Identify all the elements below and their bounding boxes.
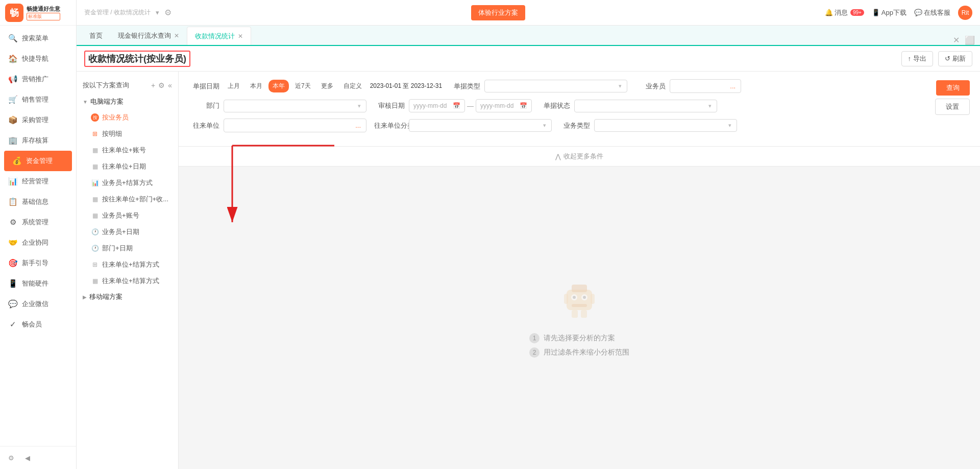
dropdown-arrow[interactable]: ▾ (156, 9, 159, 16)
tab-bank-flow[interactable]: 现金银行流水查询 ✕ (110, 27, 187, 45)
tab-receipt-stat-close[interactable]: ✕ (238, 33, 243, 40)
business-type-label: 业务类型 (559, 121, 590, 130)
scheme-item-by-detail[interactable]: ⊞ 按明细 (77, 126, 178, 142)
sidebar-item-operation[interactable]: 📊 经营管理 (0, 171, 76, 192)
scheme-item-by-unit-calc1[interactable]: ⊞ 往来单位+结算方式 (77, 256, 178, 273)
trial-button[interactable]: 体验行业方案 (471, 5, 525, 20)
dept-date-icon: 🕐 (91, 244, 99, 252)
sidebar-item-wechat[interactable]: 💬 企业微信 (0, 294, 76, 314)
body-area: 按以下方案查询 + ⚙ « ▼ 电脑端方案 按 按业务员 (77, 72, 980, 469)
scheme-item-by-salesperson[interactable]: 按 按业务员 (77, 109, 178, 126)
date-btn-7days[interactable]: 近7天 (291, 80, 315, 92)
page-title: 收款情况统计(按业务员) (84, 51, 190, 67)
notification-area[interactable]: 🔔 消息 99+ (825, 8, 864, 17)
scheme-item-by-salesperson-account[interactable]: ▦ 业务员+账号 (77, 207, 178, 224)
mobile-group-title[interactable]: ▶ 移动端方案 (77, 289, 178, 304)
sidebar-item-sales[interactable]: 🛒 销售管理 (0, 89, 76, 110)
partner-input[interactable]: ... (224, 119, 366, 132)
filter-row-2: 部门 ▾ 审核日期 (189, 99, 930, 112)
review-date-to-input[interactable]: yyyy-mm-dd 📅 (476, 99, 532, 112)
export-icon: ↑ (908, 55, 912, 62)
date-btn-this-year[interactable]: 本年 (268, 80, 289, 92)
sidebar-item-finance[interactable]: 💰 资金管理 (4, 151, 72, 171)
sidebar-item-quick-nav[interactable]: 🏠 快捷导航 (0, 49, 76, 69)
unit-account-icon: ▦ (91, 146, 99, 154)
add-scheme-icon[interactable]: + (151, 81, 155, 89)
header-icons: 🔔 消息 99+ 📱 App下载 💬 在线客服 Rit (825, 6, 972, 20)
doc-type-chevron: ▾ (619, 83, 622, 89)
scheme-item-by-unit-dept[interactable]: ▦ 按往来单位+部门+收... (77, 191, 178, 207)
sidebar-settings-icon[interactable]: ⚙ (5, 452, 17, 464)
sidebar-item-member[interactable]: ✓ 畅会员 (0, 314, 76, 335)
date-btn-more[interactable]: 更多 (317, 80, 337, 92)
collapse-bar[interactable]: ⋀ 收起更多条件 (179, 147, 980, 167)
unit-dept-icon: ▦ (91, 195, 99, 203)
scheme-item-by-unit-account[interactable]: ▦ 往来单位+账号 (77, 142, 178, 158)
finance-icon: 💰 (12, 156, 22, 166)
doc-type-select[interactable]: ▾ (484, 80, 627, 92)
sidebar-item-search[interactable]: 🔍 搜索菜单 (0, 28, 76, 49)
scheme-item-by-salesperson-calc[interactable]: 📊 业务员+结算方式 (77, 175, 178, 191)
partner-category-select[interactable]: ▾ (409, 119, 552, 132)
sidebar-item-hardware[interactable]: 📱 智能硬件 (0, 273, 76, 294)
export-button[interactable]: ↑ 导出 (901, 51, 934, 66)
app-download-area[interactable]: 📱 App下载 (872, 8, 906, 17)
window-close-icon[interactable]: ✕ (953, 35, 960, 45)
dept-chevron: ▾ (358, 103, 361, 109)
sidebar-item-inventory[interactable]: 🏢 库存核算 (0, 130, 76, 151)
salesperson-more-icon[interactable]: ... (730, 82, 736, 90)
sidebar-item-cooperation[interactable]: 🤝 企业协同 (0, 232, 76, 253)
query-button[interactable]: 查询 (936, 80, 970, 96)
filter-settings-button[interactable]: 设置 (935, 99, 970, 115)
doc-type-filter-item: 单据类型 ▾ (450, 80, 627, 92)
salesperson-input[interactable]: ... (670, 79, 741, 93)
scheme-item-by-dept-date[interactable]: 🕐 部门+日期 (77, 240, 178, 256)
panel-collapse-icon[interactable]: « (168, 81, 172, 89)
sidebar-item-system[interactable]: ⚙ 系统管理 (0, 212, 76, 232)
desktop-group-title[interactable]: ▼ 电脑端方案 (77, 94, 178, 109)
scheme-item-by-salesperson-date[interactable]: 🕐 业务员+日期 (77, 224, 178, 240)
date-btn-this-month[interactable]: 本月 (246, 80, 266, 92)
doc-status-select[interactable]: ▾ (574, 100, 717, 112)
doc-type-label: 单据类型 (450, 82, 480, 91)
title-actions: ↑ 导出 ↺ 刷新 (901, 51, 973, 66)
tab-home[interactable]: 首页 (82, 27, 110, 45)
date-btn-custom[interactable]: 自定义 (339, 80, 366, 92)
review-date-from-input[interactable]: yyyy-mm-dd 📅 (409, 99, 465, 112)
page-content: 收款情况统计(按业务员) ↑ 导出 ↺ 刷新 按以下方案查询 + (77, 46, 980, 469)
sidebar-collapse-icon[interactable]: ◀ (21, 452, 34, 464)
cooperation-icon: 🤝 (8, 238, 18, 248)
sidebar-item-basic-info[interactable]: 📋 基础信息 (0, 192, 76, 212)
sidebar-item-purchase[interactable]: 📦 采购管理 (0, 110, 76, 130)
partner-more-icon[interactable]: ... (355, 122, 361, 129)
detail-icon: ⊞ (91, 130, 99, 138)
guide-icon: 🎯 (8, 258, 18, 268)
customer-service-area[interactable]: 💬 在线客服 (914, 8, 950, 17)
main-area: 资金管理 / 收款情况统计 ▾ ⚙ 体验行业方案 🔔 消息 99+ 📱 App下… (77, 0, 980, 469)
left-panel: 按以下方案查询 + ⚙ « ▼ 电脑端方案 按 按业务员 (77, 72, 179, 469)
scheme-item-by-unit-date[interactable]: ▦ 往来单位+日期 (77, 158, 178, 175)
calendar-from-icon: 📅 (453, 102, 460, 109)
tab-bank-flow-close[interactable]: ✕ (174, 32, 179, 39)
user-avatar[interactable]: Rit (958, 6, 972, 20)
scheme-item-by-unit-calc2[interactable]: ▦ 往来单位+结算方式 (77, 273, 178, 289)
sidebar-item-guide[interactable]: 🎯 新手引导 (0, 253, 76, 273)
scheme-settings-icon[interactable]: ⚙ (158, 81, 165, 89)
sidebar-item-marketing[interactable]: 📢 营销推广 (0, 69, 76, 89)
header-gear-icon[interactable]: ⚙ (164, 8, 172, 17)
empty-robot-icon (554, 274, 605, 325)
business-type-select[interactable]: ▾ (594, 119, 737, 132)
refresh-icon: ↺ (945, 55, 950, 62)
tab-receipt-stat[interactable]: 收款情况统计 ✕ (187, 27, 251, 45)
window-maximize-icon[interactable]: ⬜ (965, 35, 975, 45)
panel-header-label: 按以下方案查询 (83, 81, 129, 90)
mobile-group-label: 移动端方案 (89, 292, 122, 301)
date-btn-last-month[interactable]: 上月 (224, 80, 244, 92)
partner-category-chevron: ▾ (543, 122, 546, 129)
sidebar: 畅 畅捷通好生意 标准版 🔍 搜索菜单 🏠 快捷导航 📢 营销推广 🛒 销售管理… (0, 0, 77, 469)
home-icon: 🏠 (8, 54, 18, 64)
refresh-button[interactable]: ↺ 刷新 (938, 51, 972, 66)
right-content: 单据日期 上月 本月 本年 近7天 更多 自定义 (179, 72, 980, 469)
dept-select[interactable]: ▾ (224, 100, 366, 112)
step-2-text: 用过滤条件来缩小分析范围 (544, 348, 629, 357)
